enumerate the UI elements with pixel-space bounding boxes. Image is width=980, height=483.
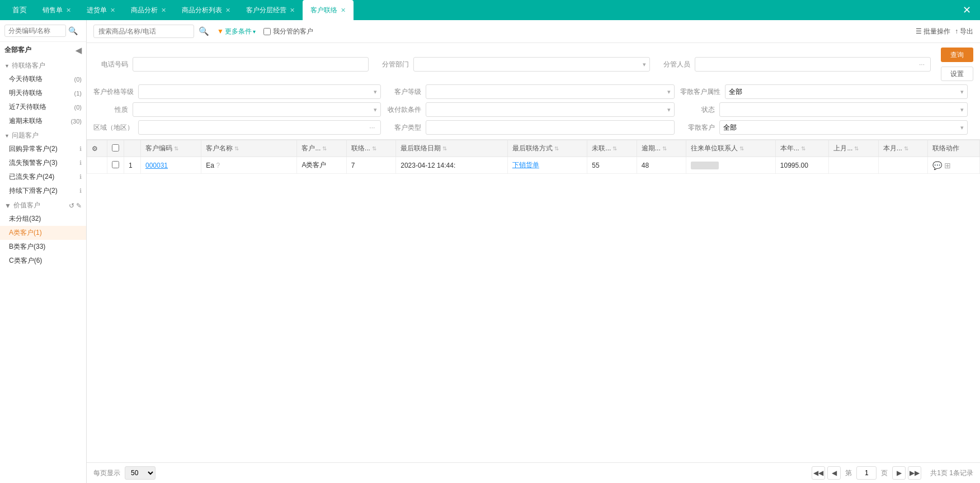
close-icon[interactable]: ✕ bbox=[290, 7, 295, 14]
more-icon[interactable]: ··· bbox=[367, 124, 377, 131]
page-size-select[interactable]: 20 50 100 200 bbox=[125, 466, 156, 480]
chevron-down-icon: ▾ bbox=[643, 61, 646, 68]
settings-button[interactable]: 设置 bbox=[941, 67, 973, 81]
my-customers-checkbox[interactable] bbox=[263, 28, 271, 35]
payment-select[interactable]: ▾ bbox=[426, 102, 674, 117]
phone-input[interactable] bbox=[133, 57, 369, 72]
sidebar-item-overdue[interactable]: 逾期未联络 (30) bbox=[0, 114, 86, 128]
close-icon[interactable]: ✕ bbox=[66, 7, 71, 14]
customer-type-select[interactable] bbox=[426, 120, 674, 135]
col-code[interactable]: 客户编码 ⇅ bbox=[141, 140, 201, 157]
sidebar-search-icon[interactable]: 🔍 bbox=[68, 26, 78, 35]
info-icon[interactable]: ℹ bbox=[79, 145, 82, 153]
col-actions: 联络动作 bbox=[928, 140, 980, 157]
all-customers-header[interactable]: 全部客户 ◀ bbox=[0, 42, 86, 58]
sidebar-item-lost[interactable]: 已流失客户(24) ℹ bbox=[0, 170, 86, 184]
col-uncontacted[interactable]: 未联... ⇅ bbox=[587, 140, 637, 157]
message-icon[interactable]: 💬 bbox=[932, 161, 942, 170]
dept-field: 分管部门 ▾ bbox=[374, 57, 655, 72]
sidebar-item-7days[interactable]: 近7天待联络 (0) bbox=[0, 100, 86, 114]
main-content: 🔍 ▼ 更多条件 ▾ 我分管的客户 ☰ 批量操作 ↑ 导出 bbox=[87, 20, 980, 483]
sort-icon: ⇅ bbox=[442, 145, 447, 151]
nav-tab-goods-analysis-list[interactable]: 商品分析列表 ✕ bbox=[174, 0, 238, 20]
window-close-button[interactable]: ✕ bbox=[958, 4, 976, 16]
filter-buttons: 查询 设置 bbox=[936, 48, 973, 81]
row-check[interactable] bbox=[107, 157, 124, 174]
sidebar-item-declining[interactable]: 持续下滑客户(2) ℹ bbox=[0, 184, 86, 198]
col-settings[interactable]: ⚙ bbox=[87, 140, 107, 157]
col-unit-contact[interactable]: 往来单位联系人 ⇅ bbox=[686, 140, 776, 157]
page-number-input[interactable] bbox=[856, 466, 877, 480]
close-icon[interactable]: ✕ bbox=[225, 7, 230, 14]
sort-icon: ⇅ bbox=[554, 145, 559, 151]
table-scroll-wrapper[interactable]: ⚙ 客户编码 ⇅ bbox=[87, 140, 980, 462]
status-select[interactable]: ▾ bbox=[719, 102, 968, 117]
nav-home[interactable]: 首页 bbox=[4, 0, 35, 20]
export-button[interactable]: ↑ 导出 bbox=[955, 27, 973, 36]
dept-select[interactable]: ▾ bbox=[413, 57, 649, 72]
sort-icon: ⇅ bbox=[234, 145, 239, 151]
col-last-month[interactable]: 上月... ⇅ bbox=[829, 140, 878, 157]
sidebar-item-unclassified[interactable]: 未分组(32) bbox=[0, 212, 86, 226]
sidebar-item-today[interactable]: 今天待联络 (0) bbox=[0, 72, 86, 86]
col-type[interactable]: 客户... ⇅ bbox=[297, 140, 346, 157]
close-icon[interactable]: ✕ bbox=[161, 7, 166, 14]
close-icon[interactable]: ✕ bbox=[341, 7, 346, 14]
sidebar-item-a-class[interactable]: A类客户(1) bbox=[0, 226, 86, 240]
sidebar-item-c-class[interactable]: C类客户(6) bbox=[0, 254, 86, 268]
sort-icon: ⇅ bbox=[613, 145, 617, 151]
info-icon[interactable]: ℹ bbox=[79, 173, 82, 181]
col-name[interactable]: 客户名称 ⇅ bbox=[201, 140, 297, 157]
sidebar-search-input[interactable] bbox=[4, 25, 66, 37]
sidebar-item-tomorrow[interactable]: 明天待联络 (1) bbox=[0, 86, 86, 100]
table-area: ⚙ 客户编码 ⇅ bbox=[87, 140, 980, 462]
nav-tab-sales[interactable]: 销售单 ✕ bbox=[35, 0, 79, 20]
customer-type-field: 客户类型 bbox=[387, 120, 680, 135]
col-contact[interactable]: 联络... ⇅ bbox=[346, 140, 395, 157]
edit-icon[interactable]: ✎ bbox=[76, 202, 82, 210]
nature-field: 性质 ▾ bbox=[93, 102, 387, 117]
nav-tab-customer-contact[interactable]: 客户联络 ✕ bbox=[303, 0, 354, 20]
query-button[interactable]: 查询 bbox=[941, 48, 973, 62]
row-checkbox[interactable] bbox=[112, 161, 119, 168]
nav-tab-goods-analysis[interactable]: 商品分析 ✕ bbox=[123, 0, 174, 20]
batch-ops-button[interactable]: ☰ 批量操作 bbox=[916, 27, 950, 36]
info-icon[interactable]: ℹ bbox=[79, 159, 82, 167]
row-name[interactable]: Ea ? bbox=[201, 157, 297, 174]
col-overdue[interactable]: 逾期... ⇅ bbox=[637, 140, 686, 157]
grid-icon[interactable]: ⊞ bbox=[944, 161, 951, 170]
sidebar-item-abnormal[interactable]: 回购异常客户(2) ℹ bbox=[0, 142, 86, 156]
prev-page-button[interactable]: ◀ bbox=[827, 466, 841, 480]
more-icon[interactable]: ··· bbox=[917, 60, 927, 68]
nav-tab-customer-segment[interactable]: 客户分层经营 ✕ bbox=[238, 0, 303, 20]
price-level-select[interactable]: ▾ bbox=[138, 84, 381, 99]
close-icon[interactable]: ✕ bbox=[110, 7, 115, 14]
row-last-method[interactable]: 下销货单 bbox=[507, 157, 587, 174]
col-last-date[interactable]: 最后联络日期 ⇅ bbox=[396, 140, 508, 157]
data-table: ⚙ 客户编码 ⇅ bbox=[87, 140, 980, 174]
col-this-year[interactable]: 本年... ⇅ bbox=[775, 140, 829, 157]
col-this-month[interactable]: 本月... ⇅ bbox=[878, 140, 927, 157]
filter-search-input[interactable] bbox=[93, 25, 194, 38]
select-all-checkbox[interactable] bbox=[112, 144, 119, 151]
sidebar-item-lost-warning[interactable]: 流失预警客户(3) ℹ bbox=[0, 156, 86, 170]
customer-level-select[interactable]: ▾ bbox=[426, 84, 674, 99]
filter-search-button[interactable]: 🔍 bbox=[199, 26, 209, 36]
retail-customer-select[interactable]: 全部 ▾ bbox=[719, 120, 968, 135]
first-page-button[interactable]: ◀◀ bbox=[812, 466, 825, 480]
nav-tab-purchase[interactable]: 进货单 ✕ bbox=[79, 0, 123, 20]
my-customers-checkbox-label[interactable]: 我分管的客户 bbox=[263, 27, 313, 36]
col-last-method[interactable]: 最后联络方式 ⇅ bbox=[507, 140, 587, 157]
refresh-icon[interactable]: ↺ bbox=[69, 202, 74, 210]
more-conditions-button[interactable]: ▼ 更多条件 ▾ bbox=[214, 27, 259, 36]
region-select[interactable]: ··· bbox=[138, 120, 381, 135]
last-page-button[interactable]: ▶▶ bbox=[908, 466, 921, 480]
sidebar-item-b-class[interactable]: B类客户(33) bbox=[0, 240, 86, 254]
row-unit-contact: RE . bbox=[686, 157, 776, 174]
row-code[interactable]: 000031 bbox=[141, 157, 201, 174]
retail-attr-select[interactable]: 全部 ▾ bbox=[725, 84, 968, 99]
next-page-button[interactable]: ▶ bbox=[892, 466, 906, 480]
info-icon[interactable]: ℹ bbox=[79, 187, 82, 195]
nature-select[interactable]: ▾ bbox=[133, 102, 381, 117]
person-select[interactable]: ··· bbox=[695, 57, 931, 72]
